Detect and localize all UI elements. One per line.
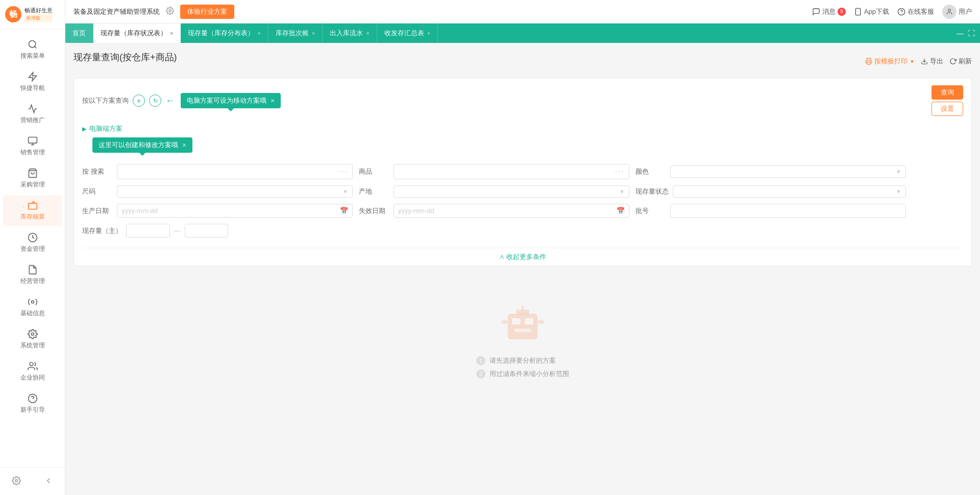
size-filter: 尺码 ▼ (82, 185, 353, 198)
product-select[interactable]: ··· (394, 164, 629, 179)
tabs-maximize-icon[interactable]: ⛶ (968, 29, 975, 37)
add-scheme-btn[interactable]: + (133, 95, 145, 107)
collapse-icon: ∧ (499, 253, 505, 261)
settings-btn[interactable] (9, 473, 24, 490)
origin-select[interactable]: ▼ (394, 185, 629, 198)
trial-button[interactable]: 体验行业方案 (180, 5, 234, 19)
tooltip-scheme1-text: 电脑方案可设为移动方案哦 (187, 96, 266, 105)
header: 装备及固定资产辅助管理系统 体验行业方案 消息 9 App下载 在线客服 (65, 0, 980, 23)
tab-summary[interactable]: 收发存汇总表 × (377, 23, 438, 43)
app-download-action[interactable]: App下载 (854, 7, 889, 16)
svg-point-0 (29, 41, 35, 48)
message-label: 消息 (822, 7, 836, 16)
stock-status-select[interactable]: ▼ (673, 185, 906, 198)
refresh-label: 刷新 (959, 57, 972, 66)
expire-date-calendar-icon[interactable]: 📅 (617, 207, 625, 215)
tooltip-scheme1-close[interactable]: × (271, 97, 275, 105)
filter-row-1: 按 搜索 ··· 商品 ··· 颜色 (82, 164, 963, 179)
query-button[interactable]: 查询 (932, 85, 963, 100)
product-label: 商品 (359, 167, 389, 176)
sidebar-item-system[interactable]: 系统管理 (3, 324, 62, 355)
tooltip-scheme1: 电脑方案可设为移动方案哦 × (181, 93, 281, 108)
reset-button[interactable]: 设置 (932, 102, 963, 116)
tab-inventory-dist[interactable]: 现存量（库存分布表） × (181, 23, 268, 43)
page-title: 现存量查询(按仓库+商品) (74, 51, 177, 63)
warehouse-label: 按 搜索 (82, 167, 113, 176)
product-dots-icon[interactable]: ··· (615, 167, 625, 176)
export-label: 导出 (930, 57, 943, 66)
user-action[interactable]: 用户 (942, 5, 972, 19)
tab-summary-close[interactable]: × (427, 30, 430, 36)
sidebar-item-search[interactable]: 搜索菜单 (3, 34, 62, 65)
empty-num-1: 1 (476, 356, 485, 365)
sidebar-label-purchase: 采购管理 (20, 180, 45, 189)
produce-date-calendar-icon[interactable]: 📅 (340, 207, 348, 215)
tabs-minimize-icon[interactable]: — (957, 29, 964, 37)
sidebar-label-basic: 基础信息 (20, 309, 45, 318)
svg-rect-20 (867, 62, 871, 64)
scheme-arrow-btn[interactable]: ← (165, 96, 175, 106)
sidebar-item-inventory[interactable]: 库存核算 (3, 195, 62, 226)
tabs-actions: — ⛶ (951, 29, 980, 37)
tab-batch[interactable]: 库存批次账 × (268, 23, 323, 43)
tab-flow[interactable]: 出入库流水 × (323, 23, 377, 43)
svg-rect-2 (28, 137, 37, 144)
tabs-bar: 首页 现存量（库存状况表） × 现存量（库存分布表） × 库存批次账 × 出入库… (65, 23, 980, 43)
tab-inventory-status-close[interactable]: × (170, 30, 173, 36)
tooltip-scheme2-close[interactable]: × (182, 141, 186, 149)
tab-batch-close[interactable]: × (312, 30, 315, 36)
empty-hint-1: 1 请先选择要分析的方案 (476, 356, 569, 365)
batch-input[interactable] (670, 204, 906, 218)
sidebar-item-enterprise[interactable]: 企业协同 (3, 356, 62, 387)
support-action[interactable]: 在线客服 (897, 7, 934, 16)
sidebar-label-inventory: 库存核算 (20, 213, 45, 221)
tab-home[interactable]: 首页 (65, 23, 93, 43)
edit-scheme-btn[interactable]: ↻ (149, 95, 161, 107)
warehouse-dots-icon[interactable]: ··· (338, 167, 348, 176)
header-right: 消息 9 App下载 在线客服 用户 (812, 5, 972, 19)
empty-state-icon (497, 297, 548, 348)
svg-rect-27 (522, 305, 523, 311)
stock-main-label: 现存量（主） (82, 226, 122, 235)
size-select[interactable]: ▼ (117, 185, 353, 198)
stock-main-max-input[interactable] (185, 224, 229, 238)
stock-main-separator: — (174, 227, 181, 234)
sidebar-item-quick[interactable]: 快捷导航 (3, 66, 62, 98)
pc-scheme-label[interactable]: 电脑端方案 (89, 124, 122, 133)
stock-status-label: 现存量状态 (635, 187, 669, 196)
svg-rect-6 (28, 203, 37, 209)
sidebar: 畅 畅通好生意 标准版 搜索菜单 快捷导航 营销推广 销售管理 采购管理 (0, 0, 65, 495)
header-settings-icon[interactable] (166, 7, 174, 16)
warehouse-select[interactable]: ··· (117, 164, 353, 179)
tab-flow-close[interactable]: × (366, 30, 369, 36)
svg-rect-22 (508, 314, 537, 339)
produce-date-input[interactable]: yyyy-mm-dd 📅 (117, 204, 353, 218)
tooltip-scheme2-text: 这里可以创建和修改方案哦 (99, 140, 178, 150)
collapse-bar[interactable]: ∧ 收起更多条件 (82, 248, 963, 266)
sidebar-item-marketing[interactable]: 营销推广 (3, 99, 62, 130)
tab-inventory-dist-close[interactable]: × (257, 30, 260, 36)
sidebar-label-system: 系统管理 (20, 341, 45, 350)
origin-chevron-icon: ▼ (619, 188, 625, 195)
refresh-button[interactable]: 刷新 (949, 57, 972, 66)
expire-date-input[interactable]: yyyy-mm-dd 📅 (394, 204, 629, 218)
sidebar-item-basic[interactable]: 基础信息 (3, 292, 62, 323)
empty-hint-1-text: 请先选择要分析的方案 (489, 356, 556, 365)
print-button[interactable]: 按模板打印 ▼ (865, 57, 915, 66)
sidebar-item-purchase[interactable]: 采购管理 (3, 163, 62, 194)
logo-icon: 畅 (5, 6, 21, 22)
tab-home-label: 首页 (72, 29, 86, 38)
export-button[interactable]: 导出 (921, 57, 943, 66)
tab-inventory-status[interactable]: 现存量（库存状况表） × (93, 23, 181, 43)
sidebar-item-guide[interactable]: 新手引导 (3, 388, 62, 419)
collapse-sidebar-btn[interactable] (41, 473, 56, 490)
stock-main-min-input[interactable] (126, 224, 170, 238)
color-select[interactable]: ▼ (670, 166, 906, 178)
message-action[interactable]: 消息 9 (812, 7, 846, 16)
color-label: 颜色 (635, 167, 666, 176)
svg-rect-29 (537, 320, 544, 324)
sidebar-item-finance[interactable]: 资金管理 (3, 227, 62, 258)
main-area: 装备及固定资产辅助管理系统 体验行业方案 消息 9 App下载 在线客服 (65, 0, 980, 495)
sidebar-item-sales[interactable]: 销售管理 (3, 131, 62, 162)
sidebar-item-operations[interactable]: 经营管理 (3, 260, 62, 291)
